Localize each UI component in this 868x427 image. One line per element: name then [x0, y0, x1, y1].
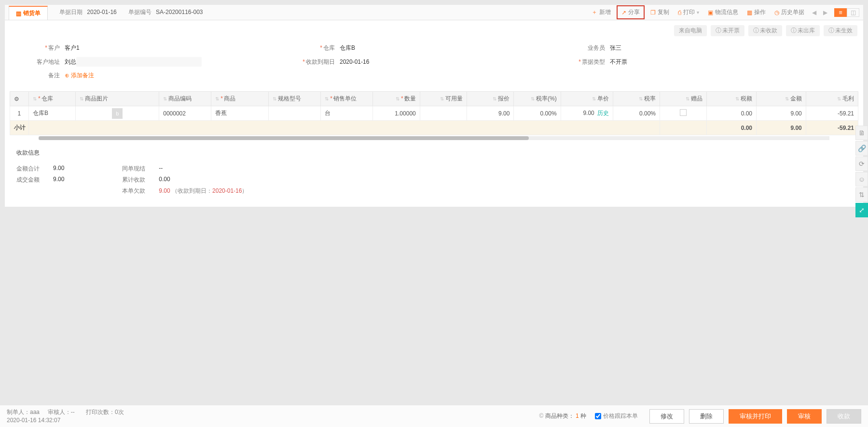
- col-unit[interactable]: ⇅*销售单位: [321, 92, 373, 106]
- col-qty[interactable]: ⇅*数量: [373, 92, 420, 106]
- action-toolbar: ＋新增 ↗分享 ❐复制 ⎙打印▾ ▣物流信息 ▦操作 ◷历史单据 ◀ ▶ ≡ ◫: [589, 5, 859, 19]
- col-price[interactable]: ⇅单价: [561, 92, 613, 106]
- dock-expand-button[interactable]: ⤢: [855, 203, 868, 217]
- cell-image[interactable]: b: [76, 106, 159, 121]
- price-follow-checkbox[interactable]: 价格跟踪本单: [595, 412, 638, 420]
- logistics-button[interactable]: ▣物流信息: [705, 6, 741, 18]
- modify-button[interactable]: 修改: [649, 409, 684, 424]
- share-icon: ↗: [621, 9, 626, 16]
- col-quote[interactable]: ⇅报价: [467, 92, 514, 106]
- dock-refresh-button[interactable]: ⟳: [855, 157, 868, 171]
- due-date-value[interactable]: 2020-01-16: [340, 58, 369, 65]
- col-gift[interactable]: ⇅赠品: [660, 92, 707, 106]
- copy-button[interactable]: ❐复制: [648, 6, 672, 18]
- copy-icon: ❐: [650, 9, 656, 16]
- pill-unpaid[interactable]: ⓘ未收款: [748, 25, 782, 36]
- warehouse-value[interactable]: 仓库B: [340, 44, 355, 52]
- view-list-button[interactable]: ≡: [834, 8, 847, 17]
- cell-tax-rate[interactable]: 0.00%: [613, 106, 660, 121]
- price-history-link[interactable]: 历史: [597, 110, 609, 116]
- col-warehouse[interactable]: ⇅*仓库: [28, 92, 75, 106]
- share-button[interactable]: ↗分享: [617, 5, 645, 19]
- doc-no-label: 单据编号: [128, 9, 152, 15]
- address-value[interactable]: 刘总: [65, 58, 76, 66]
- col-amount[interactable]: ⇅金额: [757, 92, 806, 106]
- cell-tax-amount: 0.00: [707, 106, 757, 121]
- info-icon: ⓘ: [716, 27, 721, 34]
- items-table-wrap: ⚙ ⇅*仓库 ⇅商品图片 ⇅商品编码 ⇅*商品 ⇅规格型号 ⇅*销售单位 ⇅*数…: [5, 88, 863, 140]
- collect-button: 收款: [827, 409, 861, 424]
- pill-unshipped[interactable]: ⓘ未出库: [786, 25, 820, 36]
- dock-attachment-button[interactable]: 🔗: [855, 141, 868, 156]
- pill-uninvoiced[interactable]: ⓘ未开票: [711, 25, 744, 36]
- field-invoice-type: *票据类型 不开票: [564, 57, 850, 67]
- new-button[interactable]: ＋新增: [589, 6, 614, 18]
- info-icon: ⓘ: [753, 27, 759, 34]
- scrollbar-thumb[interactable]: [39, 136, 529, 140]
- plus-circle-icon: ⊕: [65, 72, 69, 79]
- col-spec[interactable]: ⇅规格型号: [269, 92, 321, 106]
- doc-date-label: 单据日期: [59, 9, 83, 15]
- col-image[interactable]: ⇅商品图片: [76, 92, 159, 106]
- table-row[interactable]: 1 仓库B b 0000002 香蕉 台 1.00000 9.00 0.00% …: [10, 106, 858, 121]
- gift-checkbox[interactable]: [680, 109, 687, 116]
- pill-source: 来自电脑: [674, 25, 707, 36]
- col-tax-rate[interactable]: ⇅税率: [613, 92, 660, 106]
- copyright-icon: ©: [539, 413, 543, 419]
- cell-gift[interactable]: [660, 106, 707, 121]
- payment-title: 收款信息: [16, 149, 852, 157]
- footer-timestamp: 2020-01-16 14:32:07: [7, 416, 124, 425]
- next-doc-button[interactable]: ▶: [821, 9, 829, 16]
- cell-warehouse[interactable]: 仓库B: [28, 106, 75, 121]
- truck-icon: ▣: [708, 9, 713, 16]
- col-code[interactable]: ⇅商品编码: [159, 92, 211, 106]
- cell-code[interactable]: 0000002: [159, 106, 211, 121]
- footer-info: 制单人：aaa 审核人：-- 打印次数：0次 2020-01-16 14:32:…: [7, 408, 124, 425]
- col-product[interactable]: ⇅*商品: [211, 92, 269, 106]
- view-card-button[interactable]: ◫: [847, 8, 859, 17]
- dock-note-button[interactable]: 🗎: [855, 126, 868, 140]
- debt-amount: 9.00 （收款到期日：2020-01-16）: [159, 187, 248, 195]
- cell-product[interactable]: 香蕉: [211, 106, 269, 121]
- subtotal-amount: 9.00: [757, 121, 806, 135]
- salesman-value[interactable]: 张三: [610, 44, 621, 52]
- review-button[interactable]: 审核: [787, 409, 822, 424]
- cell-price[interactable]: 9.00历史: [561, 106, 613, 121]
- delete-button[interactable]: 删除: [689, 409, 724, 424]
- history-docs-button[interactable]: ◷历史单据: [772, 6, 807, 18]
- column-settings-button[interactable]: ⚙: [10, 92, 29, 106]
- review-print-button[interactable]: 审核并打印: [729, 409, 782, 424]
- cell-spec[interactable]: [269, 106, 321, 121]
- actions-button[interactable]: ▦操作: [744, 6, 769, 18]
- address-extra[interactable]: [76, 57, 202, 67]
- dock-sort-button[interactable]: ⇅: [855, 187, 868, 202]
- cell-quote[interactable]: 9.00: [467, 106, 514, 121]
- table-header-row: ⚙ ⇅*仓库 ⇅商品图片 ⇅商品编码 ⇅*商品 ⇅规格型号 ⇅*销售单位 ⇅*数…: [10, 92, 858, 106]
- cell-unit[interactable]: 台: [321, 106, 373, 121]
- info-icon: ⓘ: [828, 27, 834, 34]
- payment-section: 收款信息 金额合计9.00 成交金额9.00 同单现结-- 累计收款0.00 本…: [5, 141, 863, 207]
- col-tax-pct[interactable]: ⇅税率(%): [514, 92, 561, 106]
- print-button[interactable]: ⎙打印▾: [675, 6, 702, 18]
- tab-sales-order[interactable]: ▥ 销货单: [9, 6, 48, 20]
- col-available[interactable]: ⇅可用量: [420, 92, 467, 106]
- dock-user-button[interactable]: ☺: [855, 172, 868, 186]
- pill-inactive[interactable]: ⓘ未生效: [824, 25, 857, 36]
- cell-tax-pct[interactable]: 0.00%: [514, 106, 561, 121]
- items-table: ⚙ ⇅*仓库 ⇅商品图片 ⇅商品编码 ⇅*商品 ⇅规格型号 ⇅*销售单位 ⇅*数…: [10, 91, 858, 135]
- invoice-type-value[interactable]: 不开票: [610, 58, 627, 66]
- price-follow-input[interactable]: [595, 413, 601, 419]
- table-horizontal-scrollbar[interactable]: [39, 136, 829, 140]
- cell-qty[interactable]: 1.00000: [373, 106, 420, 121]
- sales-order-icon: ▥: [16, 10, 21, 17]
- add-remark-link[interactable]: ⊕ 添加备注: [65, 71, 94, 80]
- col-gross[interactable]: ⇅毛利: [806, 92, 858, 106]
- doc-date-value: 2020-01-16: [87, 9, 116, 15]
- right-dock: 🗎 🔗 ⟳ ☺ ⇅ ⤢: [855, 126, 868, 217]
- chevron-down-icon: ▾: [697, 10, 699, 15]
- cell-amount: 9.00: [757, 106, 806, 121]
- col-tax-amount[interactable]: ⇅税额: [707, 92, 757, 106]
- row-index: 1: [10, 106, 29, 121]
- prev-doc-button[interactable]: ◀: [810, 9, 818, 16]
- customer-value[interactable]: 客户1: [65, 44, 80, 52]
